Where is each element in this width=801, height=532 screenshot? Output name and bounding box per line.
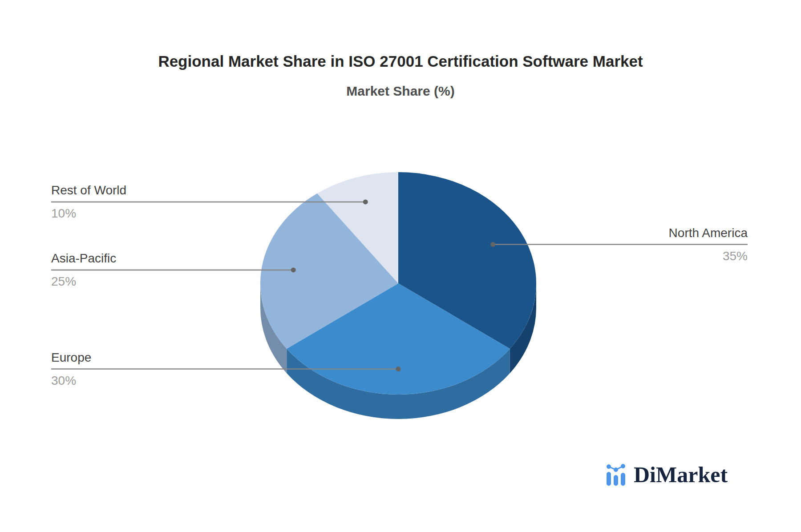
slice-name-asia-pacific: Asia-Pacific	[51, 251, 116, 266]
logo-bars-icon	[605, 463, 627, 486]
brand-logo: DiMarket	[605, 463, 728, 486]
slice-value-north-america: 35%	[723, 249, 748, 264]
slice-name-rest-of-world: Rest of World	[51, 183, 126, 198]
slice-value-europe: 30%	[51, 373, 76, 388]
slice-value-rest-of-world: 10%	[51, 206, 76, 221]
leader-dot-rest-of-world	[363, 199, 368, 204]
logo-wordmark: DiMarket	[634, 463, 728, 486]
slice-value-asia-pacific: 25%	[51, 274, 76, 289]
leader-dot-north-america	[490, 242, 495, 247]
pie-chart-3d	[0, 0, 801, 532]
slice-name-north-america: North America	[669, 226, 748, 241]
slice-name-europe: Europe	[51, 350, 91, 365]
leader-dot-asia-pacific	[291, 267, 296, 272]
leader-dot-europe	[396, 367, 401, 371]
chart-canvas: Regional Market Share in ISO 27001 Certi…	[0, 0, 801, 532]
